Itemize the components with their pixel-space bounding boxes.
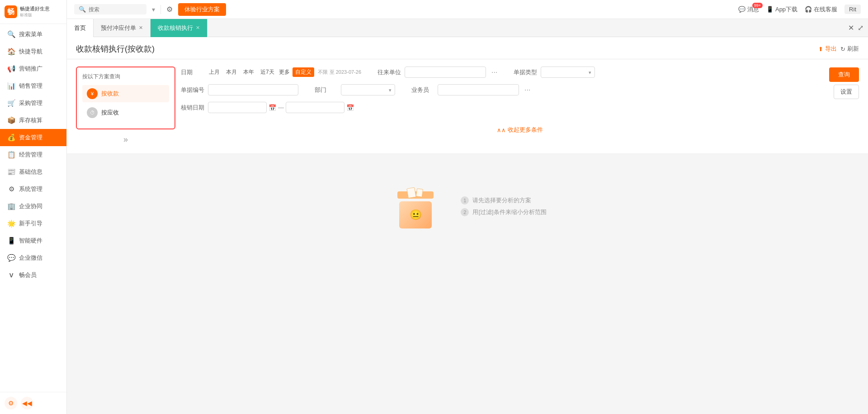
- topbar-search-input[interactable]: [89, 6, 134, 13]
- sidebar-item-marketing[interactable]: 📢 营销推广: [0, 60, 66, 77]
- counterpart-input[interactable]: [405, 67, 486, 78]
- sidebar-item-search[interactable]: 🔍 搜索菜单: [0, 26, 66, 43]
- sidebar: 畅 畅捷通好生意 标准版 🔍 搜索菜单 🏠 快捷导航 📢 营销推广 📊 销售管理…: [0, 0, 67, 414]
- page-content: 收款核销执行(按收款) ⬆ 导出 ↻ 刷新 按以下方案查询 ¥: [67, 37, 868, 414]
- tab-receivable-close-icon[interactable]: ✕: [196, 25, 200, 31]
- filter-area: 按以下方案查询 ¥ 按收款 ⏱ 按应收 »: [67, 59, 868, 153]
- empty-hints: 1 请先选择要分析的方案 2 用[过滤]条件来缩小分析范围: [461, 196, 546, 220]
- service-icon: 🎧: [805, 6, 812, 13]
- date-group: 上月 本月 本年 近7天 更多 自定义: [207, 67, 314, 77]
- filter-panel: 日期 上月 本月 本年 近7天 更多 自定义: [181, 67, 859, 146]
- sidebar-item-label: 智能硬件: [19, 237, 42, 245]
- query-button[interactable]: 查询: [829, 67, 859, 82]
- search-icon: 🔍: [79, 6, 86, 13]
- filter-option-receipt[interactable]: ¥ 按收款: [82, 85, 169, 102]
- setting-button[interactable]: 设置: [834, 85, 859, 99]
- sidebar-item-label: 快捷导航: [19, 48, 42, 56]
- writeoff-date-end-input[interactable]: 2023-07-21: [286, 102, 344, 113]
- calendar-start-icon[interactable]: 📅: [269, 104, 276, 111]
- gear-icon[interactable]: ⚙: [166, 5, 173, 14]
- date-more-btn[interactable]: 更多: [279, 68, 290, 76]
- receipt-option-label: 按收款: [101, 90, 119, 98]
- date-btn-this-month[interactable]: 本月: [224, 67, 239, 77]
- staff-dots-btn[interactable]: ···: [524, 86, 530, 94]
- user-profile[interactable]: Rit: [844, 5, 861, 14]
- export-button[interactable]: ⬆ 导出: [818, 45, 837, 53]
- hint-2: 2 用[过滤]条件来缩小分析范围: [461, 208, 546, 216]
- sidebar-item-base-info[interactable]: 📰 基础信息: [0, 163, 66, 181]
- writeoff-date-start-input[interactable]: 2023-03-01: [208, 102, 267, 113]
- collapse-sidebar-btn[interactable]: ◀◀: [21, 397, 33, 409]
- date-btn-7days[interactable]: 近7天: [259, 67, 276, 77]
- calendar-end-icon[interactable]: 📅: [346, 104, 354, 111]
- date-custom-btn[interactable]: 自定义: [292, 67, 314, 77]
- counterpart-dots-btn[interactable]: ···: [491, 68, 497, 76]
- sidebar-item-guide[interactable]: 🌟 新手引导: [0, 215, 66, 232]
- sidebar-item-label: 库存核算: [19, 116, 42, 124]
- topbar-search-wrap[interactable]: 🔍: [74, 4, 146, 14]
- finance-icon: 💰: [7, 133, 15, 142]
- sidebar-item-wechat[interactable]: 💬 企业微信: [0, 249, 66, 266]
- tab-prepay-close-icon[interactable]: ✕: [139, 25, 143, 31]
- tab-receivable[interactable]: 收款核销执行 ✕: [151, 19, 208, 37]
- sidebar-item-sys-mgmt[interactable]: ⚙ 系统管理: [0, 181, 66, 198]
- date-field: 日期 上月 本月 本年 近7天 更多 自定义: [181, 67, 361, 77]
- filter-box: 按以下方案查询 ¥ 按收款 ⏱ 按应收: [76, 67, 175, 129]
- logo-title: 畅捷通好生意: [20, 5, 50, 12]
- writeoff-date-label: 核销日期: [181, 104, 204, 112]
- inventory-icon: 📦: [7, 116, 15, 124]
- hint-num-2: 2: [461, 208, 469, 216]
- empty-state-inner: 😐 1 请先选择要分析的方案: [388, 181, 546, 235]
- date-range-display: 不限 至 2023-07-26: [318, 69, 361, 76]
- sys-mgmt-icon: ⚙: [7, 185, 15, 193]
- filter-sidebar-collapse-btn[interactable]: »: [122, 133, 130, 146]
- marketing-icon: 📢: [7, 65, 15, 73]
- sidebar-menu: 🔍 搜索菜单 🏠 快捷导航 📢 营销推广 📊 销售管理 🛒 采购管理 📦 库存核…: [0, 24, 66, 392]
- staff-input[interactable]: [438, 84, 519, 95]
- doc-type-label: 单据类型: [514, 68, 537, 76]
- sidebar-item-sales[interactable]: 📊 销售管理: [0, 77, 66, 95]
- settings-bottom-btn[interactable]: ⚙: [5, 397, 17, 409]
- collapse-more-button[interactable]: ∧∧ 收起更多条件: [497, 126, 543, 134]
- date-dash: —: [278, 104, 284, 111]
- message-button[interactable]: 💬 消息 99+: [738, 5, 759, 14]
- export-label: 导出: [825, 45, 837, 53]
- tab-home-label: 首页: [74, 24, 86, 32]
- export-icon: ⬆: [818, 46, 823, 52]
- sidebar-item-member[interactable]: V 畅会员: [0, 266, 66, 284]
- sidebar-item-smart-hw[interactable]: 📱 智能硬件: [0, 232, 66, 249]
- app-logo: 畅 畅捷通好生意 标准版: [0, 0, 66, 24]
- tab-prepay[interactable]: 预付冲应付单 ✕: [94, 19, 151, 37]
- writeoff-date-field: 核销日期 2023-03-01 📅 — 2023-07-21 📅: [181, 102, 354, 113]
- tab-expand-btn[interactable]: ⤢: [858, 24, 863, 32]
- collapse-icon: ∧∧: [497, 127, 506, 133]
- filter-option-receivable[interactable]: ⏱ 按应收: [82, 104, 169, 121]
- date-to-text: 至 2023-07-26: [330, 69, 361, 76]
- sidebar-item-inventory[interactable]: 📦 库存核算: [0, 112, 66, 129]
- date-btn-last-month[interactable]: 上月: [207, 67, 222, 77]
- tab-close-btn[interactable]: ✕: [848, 24, 854, 32]
- sidebar-item-finance[interactable]: 💰 资金管理: [0, 129, 66, 146]
- sidebar-item-biz-mgmt[interactable]: 📋 经营管理: [0, 146, 66, 163]
- topbar-dropdown-icon[interactable]: ▾: [152, 6, 155, 13]
- wechat-icon: 💬: [7, 254, 15, 262]
- sidebar-item-quick-nav[interactable]: 🏠 快捷导航: [0, 43, 66, 60]
- search-menu-icon: 🔍: [7, 30, 15, 38]
- online-service-button[interactable]: 🎧 在线客服: [805, 5, 837, 14]
- sidebar-item-label: 采购管理: [19, 99, 42, 107]
- dept-select[interactable]: [341, 84, 395, 95]
- sidebar-item-label: 系统管理: [19, 185, 42, 193]
- app-download-label: App下载: [775, 5, 797, 14]
- date-btn-this-year[interactable]: 本年: [241, 67, 256, 77]
- tab-home[interactable]: 首页: [67, 19, 94, 37]
- refresh-button[interactable]: ↻ 刷新: [840, 45, 859, 53]
- sidebar-item-purchase[interactable]: 🛒 采购管理: [0, 95, 66, 112]
- doc-type-select[interactable]: [541, 67, 595, 78]
- biz-mgmt-icon: 📋: [7, 151, 15, 159]
- receivable-option-label: 按应收: [101, 109, 119, 117]
- solution-button[interactable]: 休验行业方案: [178, 3, 226, 16]
- tab-prepay-label: 预付冲应付单: [101, 24, 136, 32]
- app-download-button[interactable]: 📱 App下载: [766, 5, 797, 14]
- sidebar-item-enterprise[interactable]: 🏢 企业协同: [0, 198, 66, 215]
- doc-no-input[interactable]: [208, 84, 298, 95]
